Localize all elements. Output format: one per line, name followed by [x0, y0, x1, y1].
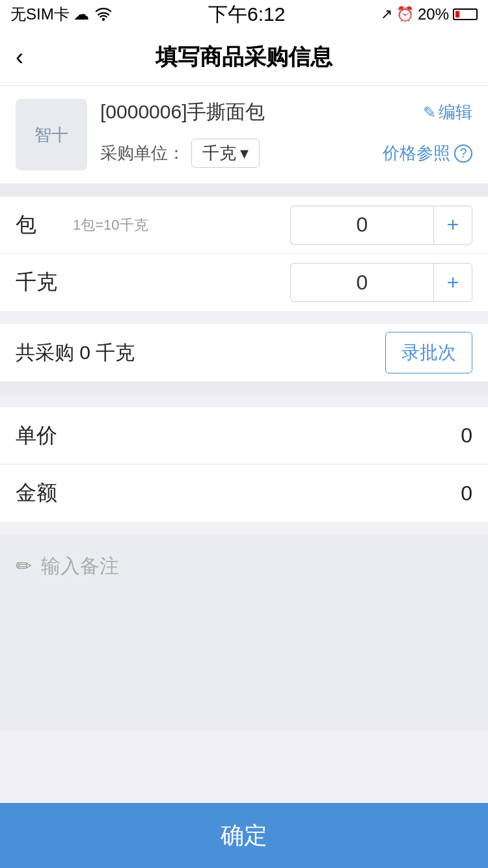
bao-plus-button[interactable]: +: [433, 206, 472, 245]
wifi-icon: [94, 8, 113, 21]
status-right: ↗ ⏰ 20%: [381, 5, 478, 23]
amount-label: 金额: [16, 479, 57, 508]
summary-unit: 千克: [96, 342, 135, 363]
unit-price-label: 单价: [16, 422, 57, 450]
nav-bar: ‹ 填写商品采购信息: [0, 29, 488, 86]
summary-prefix: 共采购: [16, 342, 74, 363]
price-ref-label: 价格参照: [383, 142, 450, 165]
no-sim-label: 无SIM卡 ☁: [10, 4, 89, 25]
summary-section: 共采购 0 千克 录批次: [0, 324, 488, 381]
battery-percent: 20%: [418, 5, 449, 23]
price-info-section: 单价 0 金额 0: [0, 407, 488, 522]
bao-quantity-input[interactable]: [290, 206, 433, 245]
edit-button[interactable]: ✎ 编辑: [423, 101, 472, 124]
kg-plus-button[interactable]: +: [433, 263, 472, 302]
kg-label: 千克: [16, 268, 68, 297]
product-card: 智十 [0000006]手撕面包 ✎ 编辑 采购单位： 千克 ▾ 价格参照 ?: [0, 86, 488, 183]
unit-value: 千克: [202, 142, 236, 165]
summary-text: 共采购 0 千克: [16, 340, 135, 366]
status-bar: 无SIM卡 ☁ 下午6:12 ↗ ⏰ 20%: [0, 0, 488, 29]
price-ref-button[interactable]: 价格参照 ?: [383, 142, 472, 165]
bottom-padding: [0, 730, 488, 795]
bao-sublabel: 1包=10千克: [73, 215, 148, 235]
note-icon: ✏: [16, 554, 32, 577]
unit-select[interactable]: 千克 ▾: [191, 139, 260, 168]
dropdown-icon: ▾: [240, 143, 249, 163]
page-title: 填写商品采购信息: [156, 42, 332, 72]
unit-price-row: 单价 0: [0, 407, 488, 465]
product-logo: 智十: [34, 124, 68, 146]
edit-label: 编辑: [439, 101, 472, 124]
kg-input-right: +: [290, 263, 472, 302]
battery-icon: [453, 8, 478, 20]
quantity-section: 包 1包=10千克 + 千克 +: [0, 197, 488, 311]
product-name-row: [0000006]手撕面包 ✎ 编辑: [100, 99, 472, 126]
alarm-icon: ⏰: [396, 6, 414, 23]
edit-icon: ✎: [423, 103, 436, 122]
purchase-unit-label: 采购单位：: [100, 142, 185, 165]
summary-amount: 0: [79, 342, 90, 363]
note-section[interactable]: ✏ 输入备注: [0, 535, 488, 730]
batch-button[interactable]: 录批次: [385, 332, 472, 373]
unit-price-value: 0: [461, 424, 472, 448]
price-ref-help-icon: ?: [454, 144, 472, 163]
confirm-button[interactable]: 确定: [0, 803, 488, 868]
summary-row: 共采购 0 千克 录批次: [0, 324, 488, 381]
kg-quantity-input[interactable]: [290, 263, 433, 302]
confirm-button-label: 确定: [221, 820, 267, 852]
product-name: [0000006]手撕面包: [100, 99, 265, 126]
back-button[interactable]: ‹: [16, 44, 23, 71]
location-icon: ↗: [381, 6, 392, 23]
amount-row: 金额 0: [0, 465, 488, 522]
kg-input-row: 千克 +: [0, 254, 488, 311]
status-left: 无SIM卡 ☁: [10, 4, 113, 25]
bao-input-right: +: [290, 206, 472, 245]
section-divider-1: [0, 183, 488, 197]
product-image: 智十: [16, 99, 87, 170]
purchase-unit-row: 采购单位： 千克 ▾ 价格参照 ?: [100, 139, 472, 168]
note-placeholder: 输入备注: [41, 553, 119, 580]
bao-label: 包: [16, 211, 68, 239]
bao-input-row: 包 1包=10千克 +: [0, 197, 488, 254]
amount-value: 0: [461, 481, 472, 506]
product-info: [0000006]手撕面包 ✎ 编辑 采购单位： 千克 ▾ 价格参照 ?: [100, 99, 472, 168]
status-time: 下午6:12: [208, 1, 285, 28]
section-divider-2: [0, 381, 488, 394]
